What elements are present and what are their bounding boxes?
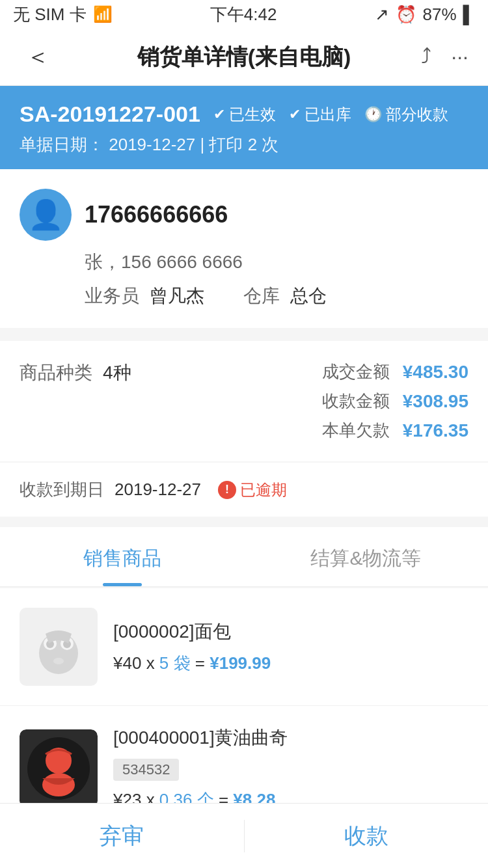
- user-icon: 👤: [28, 198, 64, 232]
- battery-icon: ▌: [463, 5, 475, 25]
- share-icon[interactable]: ⤴: [421, 45, 431, 69]
- warehouse-name: 总仓: [290, 286, 327, 306]
- tabs-bar: 销售商品 结算&物流等: [0, 527, 488, 587]
- summary-section: 商品种类 4种 成交金额 ¥485.30 收款金额 ¥308.95 本单欠款 ¥…: [0, 341, 488, 461]
- receipt-amount-row: 收款金额 ¥308.95: [322, 390, 468, 413]
- due-date-section: 收款到期日 2019-12-27 ! 已逾期: [0, 463, 488, 517]
- tab-products[interactable]: 销售商品: [0, 527, 244, 586]
- overdue-badge: ! 已逾期: [218, 480, 287, 500]
- back-button[interactable]: ＜: [20, 34, 56, 79]
- warehouse-info: 仓库 总仓: [243, 284, 327, 308]
- location-icon: ↗: [375, 5, 389, 25]
- avatar: 👤: [20, 189, 72, 241]
- order-header: SA-20191227-001 ✔ 已生效 ✔ 已出库 🕐 部分收款 单据日期：…: [0, 86, 488, 169]
- alarm-icon: ⏰: [396, 5, 416, 25]
- multiply-icon-1: x: [146, 653, 159, 673]
- cancel-review-button[interactable]: 弃审: [0, 808, 244, 864]
- status-badge-partial: 🕐 部分收款: [364, 104, 448, 125]
- salesperson-label: 业务员: [85, 286, 139, 306]
- tab-settlement[interactable]: 结算&物流等: [244, 527, 488, 586]
- nav-bar: ＜ 销货单详情(来自电脑) ⤴ ···: [0, 29, 488, 86]
- unit-1: 袋: [174, 653, 191, 673]
- salesperson-name: 曾凡杰: [150, 286, 204, 306]
- owed-amount-row: 本单欠款 ¥176.35: [322, 419, 468, 442]
- customer-main-row: 👤 17666666666: [20, 189, 468, 241]
- carrier-label: 无 SIM 卡: [13, 3, 87, 26]
- product-thumbnail-2: [20, 729, 98, 807]
- svg-point-5: [53, 658, 64, 664]
- receipt-label: 收款金额: [322, 390, 390, 413]
- battery-label: 87%: [423, 5, 457, 25]
- salesperson-info: 业务员 曾凡杰: [85, 284, 204, 308]
- print-info: | 打印 2 次: [200, 135, 278, 154]
- order-id: SA-20191227-001: [20, 102, 200, 127]
- receipt-amount: ¥308.95: [403, 391, 468, 412]
- status-left: 无 SIM 卡 📶: [13, 3, 113, 26]
- customer-contact: 张，156 6666 6666: [85, 250, 468, 275]
- due-date-value: 2019-12-27: [115, 480, 201, 500]
- qty-1: 5: [159, 653, 169, 673]
- product-image-owl: [26, 614, 91, 679]
- overdue-icon: !: [218, 481, 236, 499]
- overdue-text: 已逾期: [240, 480, 287, 500]
- collect-payment-button[interactable]: 收款: [245, 808, 489, 864]
- summary-row: 商品种类 4种 成交金额 ¥485.30 收款金额 ¥308.95 本单欠款 ¥…: [20, 360, 468, 442]
- nav-actions: ⤴ ···: [421, 45, 468, 69]
- customer-meta: 业务员 曾凡杰 仓库 总仓: [85, 284, 468, 308]
- product-image-dark: [20, 729, 98, 807]
- tab-settlement-label: 结算&物流等: [310, 547, 421, 569]
- product-image-ninja: [26, 736, 91, 801]
- type-label: 商品种类: [20, 360, 92, 385]
- owed-amount: ¥176.35: [403, 420, 468, 441]
- type-count: 4种: [103, 360, 131, 385]
- product-name-1: [0000002]面包: [113, 619, 468, 644]
- order-date: 2019-12-27: [109, 135, 195, 154]
- deal-label: 成交金额: [322, 360, 390, 383]
- bottom-bar: 弃审 收款: [0, 803, 488, 868]
- page-title: 销货单详情(来自电脑): [137, 42, 351, 72]
- owed-label: 本单欠款: [322, 419, 390, 442]
- check-icon-active: ✔: [213, 106, 225, 123]
- product-item: [0000002]面包 ¥40 x 5 袋 = ¥199.99: [0, 588, 488, 706]
- product-name-2: [000400001]黄油曲奇: [113, 726, 468, 750]
- status-badge-shipped: ✔ 已出库: [289, 104, 351, 125]
- back-icon: ＜: [26, 43, 49, 70]
- status-badge-active: ✔ 已生效: [213, 104, 276, 125]
- wifi-icon: 📶: [93, 5, 113, 23]
- total-1: ¥199.99: [210, 653, 271, 673]
- equals-1: =: [195, 653, 210, 673]
- clock-icon: 🕐: [364, 106, 382, 123]
- check-icon-shipped: ✔: [289, 106, 301, 123]
- unit-price-1: ¥40: [113, 653, 141, 673]
- customer-section: 👤 17666666666 张，156 6666 6666 业务员 曾凡杰 仓库…: [0, 169, 488, 328]
- product-info-2: [000400001]黄油曲奇 534532 ¥23 x 0.36 个 = ¥8…: [113, 726, 468, 811]
- product-list: [0000002]面包 ¥40 x 5 袋 = ¥199.99: [0, 588, 488, 832]
- time-label: 下午4:42: [210, 3, 277, 26]
- warehouse-label: 仓库: [243, 286, 280, 306]
- status-right: ↗ ⏰ 87% ▌: [375, 5, 475, 25]
- deal-amount-row: 成交金额 ¥485.30: [322, 360, 468, 383]
- order-date-row: 单据日期： 2019-12-27 | 打印 2 次: [20, 133, 468, 156]
- product-price-1: ¥40 x 5 袋 = ¥199.99: [113, 652, 468, 675]
- tab-products-label: 销售商品: [83, 547, 161, 569]
- due-date-label: 收款到期日: [20, 478, 104, 501]
- deal-amount: ¥485.30: [403, 362, 468, 383]
- product-thumbnail-1: [20, 608, 98, 686]
- summary-right: 成交金额 ¥485.30 收款金额 ¥308.95 本单欠款 ¥176.35: [322, 360, 468, 442]
- status-bar: 无 SIM 卡 📶 下午4:42 ↗ ⏰ 87% ▌: [0, 0, 488, 29]
- summary-left: 商品种类 4种: [20, 360, 131, 385]
- customer-account-id: 17666666666: [85, 201, 228, 228]
- product-sku-2: 534532: [113, 759, 179, 781]
- more-icon[interactable]: ···: [451, 45, 468, 69]
- date-label: 单据日期：: [20, 135, 104, 154]
- product-info-1: [0000002]面包 ¥40 x 5 袋 = ¥199.99: [113, 619, 468, 675]
